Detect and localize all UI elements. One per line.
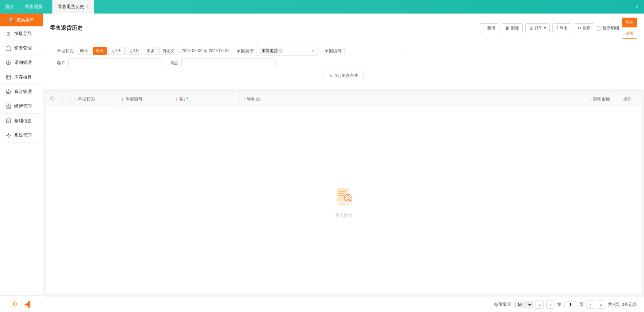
sidebar-item-system[interactable]: 系统管理 xyxy=(0,128,43,143)
th-number[interactable]: ↕ 单据编号 xyxy=(118,93,172,105)
customer-select[interactable]: ... xyxy=(68,59,163,67)
sidebar-volume-button[interactable]: ◀▌ xyxy=(23,298,34,309)
th-settings[interactable] xyxy=(46,93,58,105)
refresh-icon: ↻ xyxy=(578,26,581,30)
sidebar-item-operations[interactable]: 经营管理 xyxy=(0,99,43,114)
sidebar-item-inventory[interactable]: 库存核算 xyxy=(0,70,43,85)
empty-state: 暂无数据 xyxy=(46,106,641,294)
customer-filter: 客户 ... xyxy=(57,59,163,67)
show-detail-label: 显示明细 xyxy=(603,25,619,31)
refresh-button[interactable]: ↻ 刷新 xyxy=(574,23,594,33)
tab-retail-return-history-close[interactable]: × xyxy=(86,4,89,9)
basic-info-icon xyxy=(5,118,11,124)
doc-number-input[interactable] xyxy=(344,47,407,55)
th-guide-label: 导购员 xyxy=(247,96,260,102)
delete-button[interactable]: 🗑 删除 xyxy=(502,23,523,33)
th-amount[interactable]: ↕ 实销金额 xyxy=(287,93,614,105)
th-checkbox[interactable] xyxy=(58,94,71,104)
print-button-label: 打印 xyxy=(534,25,543,31)
new-button[interactable]: + 新增 xyxy=(480,23,499,33)
sidebar-search-button[interactable]: 🔍 搜索菜单 xyxy=(0,14,43,26)
date-btn-custom[interactable]: 自定义 xyxy=(159,47,177,55)
th-customer[interactable]: ↕ 客户 xyxy=(172,93,240,105)
th-customer-label: 客户 xyxy=(179,96,188,102)
svg-rect-5 xyxy=(9,104,11,106)
goods-select[interactable]: ... xyxy=(181,59,276,67)
page-prev-button[interactable]: ‹ xyxy=(546,300,554,309)
per-page-select[interactable]: 50 100 200 xyxy=(514,301,533,308)
total-label: 共0页, 0条记录 xyxy=(608,302,637,308)
doc-number-filter: 单据编号 xyxy=(324,47,407,55)
collapse-button[interactable]: ∧ 收起更多条件 xyxy=(324,71,364,80)
page-title: 零售退货历史 xyxy=(50,25,82,32)
date-btn-today[interactable]: 今天 xyxy=(93,47,107,55)
show-detail-input[interactable] xyxy=(597,26,601,30)
tab-retail-return-close[interactable]: × xyxy=(45,4,47,9)
settings-button-label: 设置 xyxy=(625,31,634,37)
svg-rect-7 xyxy=(9,107,11,109)
svg-point-20 xyxy=(353,192,354,193)
goods-filter: 商品 ... xyxy=(170,59,276,67)
quick-nav-icon: ◎ xyxy=(5,30,11,37)
sidebar-item-purchase-label: 采购管理 xyxy=(14,60,32,66)
date-btn-yesterday[interactable]: 昨天 xyxy=(77,47,91,55)
toolbar: + 新增 🗑 删除 🖨 打印 ▾ ⤴ 导出 xyxy=(480,18,637,39)
sidebar-item-finance[interactable]: 资金管理 xyxy=(0,85,43,99)
sidebar-item-basic-info[interactable]: 基础信息 xyxy=(0,114,43,128)
svg-rect-4 xyxy=(6,104,8,106)
sidebar-item-system-label: 系统管理 xyxy=(14,132,32,138)
date-btn-last7[interactable]: 近7天 xyxy=(108,47,125,55)
export-button[interactable]: ⤴ 导出 xyxy=(552,23,571,33)
doc-type-select[interactable]: 零售退货 × ▾ xyxy=(257,46,317,56)
th-guide[interactable]: ↕ 导购员 xyxy=(240,93,287,105)
settings-button[interactable]: 设置 xyxy=(622,29,637,39)
pagination-bar: 每页显示 50 100 200 « ‹ 第 页 › » 共0页, 0条记录 xyxy=(43,297,644,312)
sidebar-item-purchase[interactable]: 采购管理 xyxy=(0,55,43,70)
goods-label: 商品 xyxy=(170,60,178,66)
per-page-label: 每页显示 xyxy=(494,302,511,308)
print-button[interactable]: 🖨 打印 ▾ xyxy=(525,23,550,33)
empty-icon xyxy=(330,181,357,208)
doc-type-tag-label: 零售退货 xyxy=(262,48,278,54)
show-detail-checkbox[interactable]: 显示明细 xyxy=(597,25,619,31)
sidebar-item-quick-nav[interactable]: ◎ 快捷导航 xyxy=(0,26,43,41)
svg-point-21 xyxy=(336,199,337,200)
date-btn-last1month[interactable]: 近1月 xyxy=(126,47,143,55)
sort-guide-icon: ↕ xyxy=(243,96,245,102)
doc-type-tag-close[interactable]: × xyxy=(279,49,281,53)
th-date[interactable]: ↕ 单据日期 xyxy=(71,93,118,105)
svg-rect-2 xyxy=(6,75,10,79)
sidebar-item-operations-label: 经营管理 xyxy=(14,103,32,109)
sidebar-item-inventory-label: 库存核算 xyxy=(14,74,32,80)
purchase-icon xyxy=(5,60,11,66)
page-last-button[interactable]: » xyxy=(597,300,605,309)
top-bar: 首页 零售退货 × 零售退货历史 × × xyxy=(0,0,644,14)
page-next-button[interactable]: › xyxy=(586,300,594,309)
table-settings-icon[interactable] xyxy=(50,96,55,102)
tab-home[interactable]: 首页 xyxy=(0,0,20,14)
page-number-input[interactable] xyxy=(564,301,576,308)
tab-retail-return-history[interactable]: 零售退货历史 × xyxy=(52,0,94,14)
sort-amount-icon: ↕ xyxy=(589,96,592,102)
export-button-label: 导出 xyxy=(559,25,568,31)
sidebar-settings-button[interactable]: ⚙ xyxy=(9,298,20,309)
window-close-button[interactable]: × xyxy=(630,4,644,10)
operations-icon xyxy=(5,103,11,109)
page-first-button[interactable]: « xyxy=(535,300,544,309)
doc-type-dropdown-icon: ▾ xyxy=(312,48,314,53)
main-layout: 🔍 搜索菜单 ◎ 快捷导航 销售管理 xyxy=(0,14,644,312)
empty-text: 暂无数据 xyxy=(335,213,353,219)
data-table: ↕ 单据日期 ↕ 单据编号 ↕ 客户 ↕ 导购员 ↕ 实销金额 xyxy=(46,92,641,294)
collapse-up-icon: ∧ xyxy=(329,73,332,78)
filter-row-2: 客户 ... 商品 ... xyxy=(57,59,630,67)
th-date-label: 单据日期 xyxy=(78,96,95,102)
query-button[interactable]: 查询 xyxy=(622,18,637,27)
tab-retail-return[interactable]: 零售退货 × xyxy=(20,0,52,14)
header-checkbox[interactable] xyxy=(62,97,67,102)
tab-retail-return-history-label: 零售退货历史 xyxy=(58,4,84,10)
sidebar-item-sales[interactable]: 销售管理 xyxy=(0,41,43,55)
query-button-label: 查询 xyxy=(625,20,634,25)
svg-rect-15 xyxy=(338,193,344,194)
date-btn-more[interactable]: 更多 xyxy=(144,47,158,55)
search-icon: 🔍 xyxy=(9,17,15,23)
